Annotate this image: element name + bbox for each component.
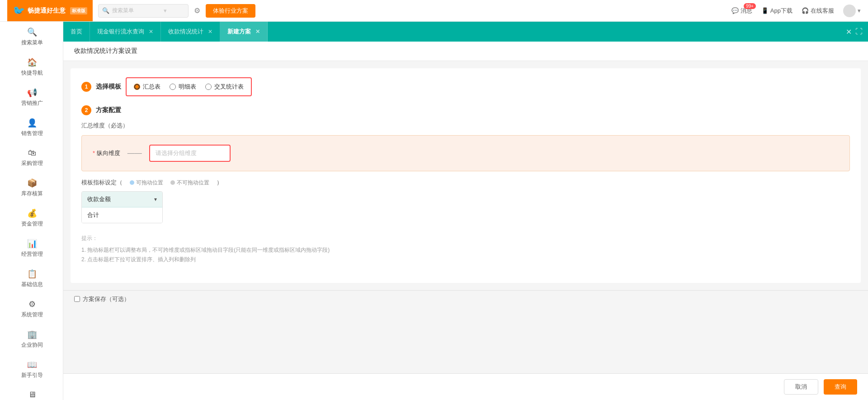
online-service-button[interactable]: 🎧 在线客服 <box>802 7 834 15</box>
message-badge: 99+ <box>744 3 756 9</box>
system-icon: ⚙ <box>28 299 36 309</box>
guide-icon: 📖 <box>27 360 37 370</box>
search-icon: 🔍 <box>102 7 109 14</box>
app-download-button[interactable]: 📱 App下载 <box>761 7 793 15</box>
step1-title: 选择模板 <box>96 83 121 91</box>
settings-icon[interactable]: ⚙ <box>194 6 200 15</box>
dimension-arrow: —— <box>127 149 142 157</box>
service-label: 在线客服 <box>811 7 834 15</box>
sidebar-item-marketing[interactable]: 📢 营销推广 <box>0 82 63 113</box>
template-summary-radio[interactable] <box>134 84 140 90</box>
sidebar-item-enterprise[interactable]: 🏢 企业协同 <box>0 324 63 354</box>
inventory-icon: 📦 <box>27 178 37 188</box>
step1-section: 1 选择模板 汇总表 明细表 <box>81 77 850 96</box>
home-icon: 🏠 <box>27 57 37 67</box>
dimension-section-label: 汇总维度（必选） <box>81 122 850 130</box>
dimension-area: * 纵向维度 —— 请选择分组维度 <box>81 135 850 171</box>
trial-button[interactable]: 体验行业方案 <box>206 4 255 18</box>
template-detail-radio[interactable] <box>170 84 176 90</box>
sidebar-item-label: 基础信息 <box>21 281 43 288</box>
sidebar-item-purchase[interactable]: 🛍 采购管理 <box>0 143 63 173</box>
template-cross-option[interactable]: 交叉统计表 <box>205 83 244 91</box>
tip2: 2. 点击标题栏下拉可设置排序、插入列和删除列 <box>81 255 850 265</box>
metrics-header-dropdown[interactable]: ▾ <box>154 196 157 202</box>
dimension-placeholder: 请选择分组维度 <box>156 150 197 156</box>
tab-bar: 首页 现金银行流水查询 ✕ 收款情况统计 ✕ 新建方案 ✕ ✕ ⛶ <box>63 22 868 42</box>
query-button[interactable]: 查询 <box>824 379 857 395</box>
template-detail-label: 明细表 <box>179 83 196 91</box>
marketing-icon: 📢 <box>27 88 37 98</box>
save-checkbox[interactable] <box>74 296 80 302</box>
top-search-bar[interactable]: 🔍 搜索菜单 ▾ <box>98 4 189 18</box>
sidebar-item-home[interactable]: 🏠 快捷导航 <box>0 52 63 82</box>
sidebar-item-finance[interactable]: 💰 资金管理 <box>0 203 63 233</box>
form-container: 1 选择模板 汇总表 明细表 <box>71 68 861 283</box>
template-selection: 汇总表 明细表 交叉统计表 <box>126 77 252 96</box>
fixed-dot <box>170 180 175 185</box>
search-menu-icon: 🔍 <box>27 27 37 37</box>
template-cross-radio[interactable] <box>205 84 212 90</box>
tab-newplan-close[interactable]: ✕ <box>255 28 260 35</box>
sidebar-item-sales[interactable]: 👤 销售管理 <box>0 113 63 143</box>
movable-label: 可拖动位置 <box>136 179 163 187</box>
page-title: 收款情况统计方案设置 <box>74 47 137 54</box>
metrics-header: 收款金额 ▾ <box>82 192 162 207</box>
fixed-tag: 不可拖动位置 <box>170 179 209 187</box>
sidebar-item-label: 资金管理 <box>21 220 43 228</box>
sales-icon: 👤 <box>27 118 37 128</box>
message-button[interactable]: 💬 消息 99+ <box>731 7 752 15</box>
top-header: 🐦 畅捷通好生意 标准版 🔍 搜索菜单 ▾ ⚙ 体验行业方案 💬 消息 99+ … <box>0 0 868 22</box>
user-menu[interactable]: ▾ <box>843 5 861 17</box>
dimension-select[interactable]: 请选择分组维度 <box>149 145 231 162</box>
sidebar-item-guide[interactable]: 📖 新手引导 <box>0 354 63 385</box>
tab-close-all-icon[interactable]: ✕ <box>846 28 852 36</box>
logo-area: 🐦 畅捷通好生意 标准版 <box>7 0 93 21</box>
user-dropdown-icon: ▾ <box>858 7 861 14</box>
tab-expand-icon[interactable]: ⛶ <box>855 28 863 36</box>
tab-bar-actions: ✕ ⛶ <box>846 28 868 36</box>
sidebar-item-hardware[interactable]: 🖥 智能硬件 <box>0 385 63 400</box>
sidebar-item-label: 采购管理 <box>21 160 43 167</box>
sidebar-item-operations[interactable]: 📊 经营管理 <box>0 233 63 264</box>
sidebar-item-label: 企业协同 <box>21 341 43 349</box>
logo-icon: 🐦 <box>13 5 25 17</box>
tab-cashbank-close[interactable]: ✕ <box>149 28 153 35</box>
enterprise-icon: 🏢 <box>27 329 37 339</box>
metrics-label-text: 模板指标设定（ <box>81 179 123 187</box>
page-footer: 方案保存（可选） <box>63 290 868 308</box>
step1-header: 1 选择模板 汇总表 明细表 <box>81 77 850 96</box>
required-star: * 纵向维度 <box>93 149 120 157</box>
movable-tag: 可拖动位置 <box>130 179 163 187</box>
content-area: 首页 现金银行流水查询 ✕ 收款情况统计 ✕ 新建方案 ✕ ✕ ⛶ <box>63 22 868 400</box>
sidebar-item-label: 库存核算 <box>21 190 43 198</box>
sidebar-item-inventory[interactable]: 📦 库存核算 <box>0 173 63 203</box>
sidebar: 🔍 搜索菜单 🏠 快捷导航 📢 营销推广 👤 销售管理 🛍 采购管理 📦 库存核… <box>0 22 63 400</box>
page-content: 收款情况统计方案设置 1 选择模板 汇总表 <box>63 42 868 373</box>
message-icon: 💬 <box>731 7 739 14</box>
tab-newplan[interactable]: 新建方案 ✕ <box>220 22 268 42</box>
tab-cashbank[interactable]: 现金银行流水查询 ✕ <box>90 22 161 42</box>
template-detail-option[interactable]: 明细表 <box>170 83 196 91</box>
step2-section: 2 方案配置 汇总维度（必选） * 纵向维度 —— 请选择分组维度 <box>81 105 850 265</box>
finance-icon: 💰 <box>27 208 37 218</box>
save-option[interactable]: 方案保存（可选） <box>74 295 130 303</box>
tab-receipts-label: 收款情况统计 <box>168 28 203 36</box>
operations-icon: 📊 <box>27 239 37 249</box>
sidebar-item-system[interactable]: ⚙ 系统管理 <box>0 294 63 324</box>
sidebar-item-basics[interactable]: 📋 基础信息 <box>0 264 63 294</box>
sidebar-item-label: 搜索菜单 <box>21 39 43 47</box>
sidebar-item-search[interactable]: 🔍 搜索菜单 <box>0 22 63 52</box>
cancel-button[interactable]: 取消 <box>784 379 818 395</box>
dimension-row: * 纵向维度 —— 请选择分组维度 <box>93 145 839 162</box>
sidebar-item-label: 新手引导 <box>21 372 43 379</box>
hardware-icon: 🖥 <box>28 390 36 400</box>
template-summary-option[interactable]: 汇总表 <box>134 83 160 91</box>
sidebar-item-label: 经营管理 <box>21 250 43 258</box>
tab-receipts-close[interactable]: ✕ <box>208 28 212 35</box>
step2-header: 2 方案配置 <box>81 105 850 115</box>
tab-receipts[interactable]: 收款情况统计 ✕ <box>161 22 220 42</box>
tab-home[interactable]: 首页 <box>63 22 90 42</box>
metrics-table: 收款金额 ▾ 合计 <box>81 191 163 223</box>
tab-cashbank-label: 现金银行流水查询 <box>97 28 144 36</box>
sidebar-item-label: 系统管理 <box>21 311 43 319</box>
